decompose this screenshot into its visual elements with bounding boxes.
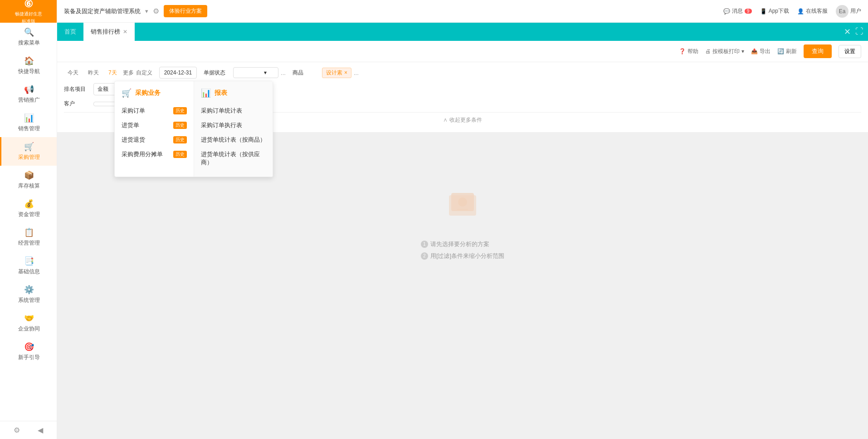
main-area: 装备及固定资产辅助管理系统 ▾ ⚙ 体验行业方案 💬 消息 9 📱 App下载 … xyxy=(57,0,868,439)
menu-item-purchase-expense[interactable]: 采购费用分摊单 历史 xyxy=(122,147,187,162)
sidebar-item-search[interactable]: 🔍 搜索菜单 xyxy=(0,23,57,51)
date-custom[interactable]: 自定义 xyxy=(136,69,152,77)
header-dropdown-icon[interactable]: ▾ xyxy=(145,8,148,15)
menu-item-goods-receipt[interactable]: 进货单 历史 xyxy=(122,118,187,133)
sidebar-item-nav-label: 快捷导航 xyxy=(18,68,40,75)
menu-item-purchase-order-label: 采购订单 xyxy=(122,107,145,115)
date-yesterday[interactable]: 昨天 xyxy=(84,68,102,78)
refresh-label: 刷新 xyxy=(786,48,797,55)
dropdown-menu: 🛒 采购业务 采购订单 历史 进货单 历史 进货退货 历史 采购费用分摊单 xyxy=(114,81,273,177)
menu-item-purchase-order[interactable]: 采购订单 历史 xyxy=(122,104,187,118)
doc-status-filter: 单据状态 ▾ ... xyxy=(204,67,286,78)
sidebar-item-sales[interactable]: 📊 销售管理 xyxy=(0,109,57,137)
logo-icon: ⑥ xyxy=(24,0,33,10)
print-dropdown-icon[interactable]: ▾ xyxy=(741,48,744,54)
menu-item-order-stats[interactable]: 采购订单统计表 xyxy=(201,104,266,118)
doc-status-select[interactable]: ▾ xyxy=(233,67,278,78)
date-7days[interactable]: 7天 xyxy=(105,68,121,78)
menu-item-goods-stats-by-product-label: 进货单统计表（按商品） xyxy=(201,136,266,144)
history-badge-3: 历史 xyxy=(173,151,187,158)
guide-icon: 🎯 xyxy=(24,342,34,352)
system-icon: ⚙️ xyxy=(24,285,34,295)
dropdown-col-purchase: 🛒 采购业务 采购订单 历史 进货单 历史 进货退货 历史 采购费用分摊单 xyxy=(115,81,194,177)
help-label: 帮助 xyxy=(688,48,698,55)
sidebar-item-finance[interactable]: 💰 资金管理 xyxy=(0,194,57,223)
help-button[interactable]: ❓ 帮助 xyxy=(679,48,698,55)
sidebar-item-inventory[interactable]: 📦 库存核算 xyxy=(0,166,57,194)
refresh-button[interactable]: 🔄 刷新 xyxy=(777,48,797,55)
tab-bar: 首页 销售排行榜 ✕ ✕ ⛶ xyxy=(57,23,868,41)
date-more[interactable]: 更多 xyxy=(123,69,134,77)
export-icon: 📤 xyxy=(751,48,758,54)
sidebar-item-basic-info[interactable]: 📑 基础信息 xyxy=(0,252,57,280)
sidebar-item-nav[interactable]: 🏠 快捷导航 xyxy=(0,51,57,80)
enterprise-icon: 🤝 xyxy=(24,313,34,323)
settings-small-button[interactable]: 设置 xyxy=(839,45,861,58)
export-label: 导出 xyxy=(760,48,770,55)
sidebar-item-sales-label: 销售管理 xyxy=(18,125,40,133)
menu-item-goods-return[interactable]: 进货退货 历史 xyxy=(122,133,187,147)
sidebar-item-search-label: 搜索菜单 xyxy=(18,39,40,47)
tab-home-label: 首页 xyxy=(64,28,76,36)
menu-item-goods-receipt-label: 进货单 xyxy=(122,121,139,129)
doc-status-ellipsis[interactable]: ... xyxy=(281,69,286,76)
menu-item-goods-stats-by-supplier[interactable]: 进货单统计表（按供应商） xyxy=(201,147,266,170)
rank-item-value: 金额 xyxy=(98,85,108,93)
dropdown-col-report: 📊 报表 采购订单统计表 采购订单执行表 进货单统计表（按商品） 进货单统计表（… xyxy=(194,81,273,177)
tab-close-all-icon[interactable]: ✕ xyxy=(844,27,851,37)
sidebar-collapse-btn[interactable]: ◀ xyxy=(38,426,43,434)
goods-tag-close[interactable]: × xyxy=(344,69,347,76)
report-menu-icon: 📊 xyxy=(201,88,211,98)
user-item[interactable]: Ea 用户 xyxy=(836,5,861,18)
header-settings-icon[interactable]: ⚙ xyxy=(153,7,159,15)
app-download-item[interactable]: 📱 App下载 xyxy=(760,7,789,15)
user-label: 用户 xyxy=(850,7,861,15)
sidebar-item-system[interactable]: ⚙️ 系统管理 xyxy=(0,280,57,309)
sidebar-item-marketing[interactable]: 📢 营销推广 xyxy=(0,80,57,109)
empty-tip-2: 2 用[过滤]条件来缩小分析范围 xyxy=(421,252,504,260)
sidebar-item-finance-label: 资金管理 xyxy=(18,211,40,218)
export-button[interactable]: 📤 导出 xyxy=(751,48,770,55)
query-button[interactable]: 查询 xyxy=(804,44,832,58)
sidebar: ⑥ 畅捷通好生意 标准版 🔍 搜索菜单 🏠 快捷导航 📢 营销推广 📊 销售管理… xyxy=(0,0,57,439)
goods-filter: 商品 设计素 × ... xyxy=(293,68,359,78)
sidebar-item-enterprise[interactable]: 🤝 企业协同 xyxy=(0,309,57,337)
menu-item-order-stats-label: 采购订单统计表 xyxy=(201,107,242,115)
sidebar-item-guide[interactable]: 🎯 新手引导 xyxy=(0,337,57,366)
help-icon: ❓ xyxy=(679,48,686,54)
date-end-input[interactable]: 2024-12-31 xyxy=(159,67,197,79)
collapse-icon: ∧ xyxy=(443,117,448,123)
notification-item[interactable]: 💬 消息 9 xyxy=(723,7,752,15)
sidebar-item-operations[interactable]: 📋 经营管理 xyxy=(0,223,57,252)
date-today[interactable]: 今天 xyxy=(64,68,82,78)
tab-close-icon[interactable]: ✕ xyxy=(123,29,127,35)
sidebar-logo: ⑥ 畅捷通好生意 标准版 xyxy=(0,0,57,23)
content-area: ❓ 帮助 🖨 按模板打印 ▾ 📤 导出 🔄 刷新 查询 设置 xyxy=(57,41,868,439)
history-badge-1: 历史 xyxy=(173,122,187,129)
finance-icon: 💰 xyxy=(24,199,34,209)
online-service-item[interactable]: 👤 在线客服 xyxy=(797,7,828,15)
operations-icon: 📋 xyxy=(24,227,34,237)
tip2-text: 用[过滤]条件来缩小分析范围 xyxy=(430,252,504,260)
purchase-icon: 🛒 xyxy=(24,142,34,152)
sidebar-item-purchase[interactable]: 🛒 采购管理 xyxy=(0,137,57,166)
industry-button[interactable]: 体验行业方案 xyxy=(164,5,207,17)
goods-ellipsis[interactable]: ... xyxy=(354,69,359,76)
app-download-icon: 📱 xyxy=(760,8,767,15)
notification-label: 消息 xyxy=(732,7,743,15)
tab-fullscreen-icon[interactable]: ⛶ xyxy=(855,27,863,37)
customer-label: 客户 xyxy=(64,100,91,108)
print-button[interactable]: 🖨 按模板打印 ▾ xyxy=(705,48,744,55)
menu-item-goods-return-label: 进货退货 xyxy=(122,136,145,144)
sidebar-item-marketing-label: 营销推广 xyxy=(18,96,40,104)
tab-sales-ranking[interactable]: 销售排行榜 ✕ xyxy=(83,23,135,41)
notification-badge: 9 xyxy=(745,9,752,14)
refresh-icon: 🔄 xyxy=(777,48,784,54)
home-icon: 🏠 xyxy=(24,56,34,66)
purchase-menu-title: 采购业务 xyxy=(135,89,161,97)
menu-item-goods-stats-by-product[interactable]: 进货单统计表（按商品） xyxy=(201,133,266,147)
dropdown-col-report-title: 📊 报表 xyxy=(201,88,266,98)
sidebar-settings-btn[interactable]: ⚙ xyxy=(14,426,20,434)
tab-home[interactable]: 首页 xyxy=(57,23,83,41)
menu-item-order-exec[interactable]: 采购订单执行表 xyxy=(201,118,266,133)
